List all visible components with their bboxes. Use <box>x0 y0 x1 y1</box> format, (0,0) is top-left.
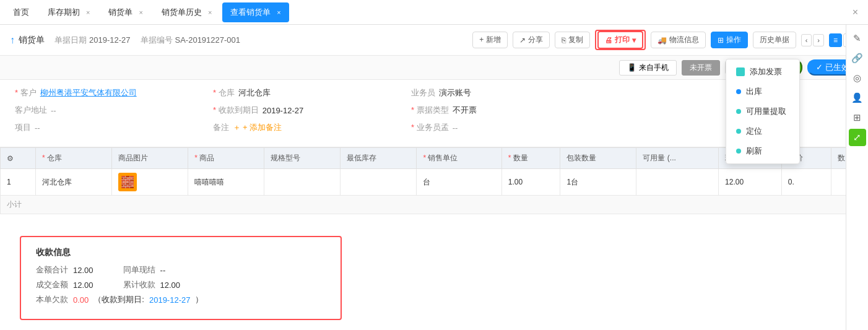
cell-no: 1 <box>1 169 36 196</box>
tab-sales-history[interactable]: 销货单历史 × <box>154 2 220 22</box>
sidebar-user-button[interactable]: 👤 <box>849 89 866 106</box>
tab-home[interactable]: 首页 <box>5 2 37 22</box>
customer-value[interactable]: 柳州粤港平安气体有限公司 <box>40 87 137 98</box>
tab-inventory-label: 库存期初 <box>48 7 80 18</box>
total-field: 金额合计 12.00 <box>36 264 93 276</box>
address-field: 客户地址 -- <box>15 105 188 116</box>
from-mobile-button[interactable]: 📱 来自手机 <box>619 60 677 76</box>
list-view-button[interactable]: ≡ <box>829 33 842 47</box>
print-arrow: ▾ <box>632 36 636 45</box>
dropdown-add-invoice[interactable]: 添加发票 <box>726 62 799 82</box>
user-icon: 👤 <box>851 92 863 103</box>
from-mobile-label: 来自手机 <box>639 63 669 73</box>
nav-prev-button[interactable]: ‹ <box>801 34 812 46</box>
link-icon: 🔗 <box>851 53 863 64</box>
cell-product-img: 🧱 <box>112 169 188 196</box>
cell-product: 嘻嘻嘻嘻 <box>188 169 264 196</box>
dropdown-locate[interactable]: 定位 <box>726 121 799 141</box>
warehouse-field: * 仓库 河北仓库 <box>213 87 386 98</box>
sidebar-link-button[interactable]: 🔗 <box>849 50 866 67</box>
invoice-icon <box>736 67 745 76</box>
tab-sales-close[interactable]: × <box>139 9 142 16</box>
settings-icon[interactable]: ⚙ <box>7 154 14 163</box>
dropdown-refresh[interactable]: 刷新 <box>726 141 799 161</box>
payment-date-label: * 收款到期日 <box>213 105 259 116</box>
note-label: 备注 <box>213 122 229 133</box>
doc-date-field: 单据日期 2019-12-27 <box>54 35 131 46</box>
copy-button[interactable]: ⎘ 复制 <box>555 32 590 48</box>
same-settlement-label: 同单现结 <box>123 264 155 276</box>
sidebar-edit-button[interactable]: ✎ <box>849 30 866 47</box>
outbound-label: 出库 <box>746 86 762 97</box>
nav-next-button[interactable]: › <box>813 34 824 46</box>
print-label: 打印 <box>615 35 630 45</box>
tab-sales-order[interactable]: 销货单 × <box>100 2 150 22</box>
col-product-img: 商品图片 <box>112 148 188 169</box>
tab-history-label: 销货单历史 <box>162 7 202 18</box>
payment-row-1: 金额合计 12.00 同单现结 -- <box>36 264 326 276</box>
cell-current-stock: 12.00 <box>719 169 782 196</box>
transaction-field: 成交金额 12.00 <box>36 279 93 290</box>
doc-number-label: 单据编号 <box>141 35 173 46</box>
col-quantity: * 数量 <box>501 148 560 169</box>
customer-label: * 客户 <box>15 87 37 98</box>
ticket-type-field: * 票据类型 不开票 <box>411 105 584 116</box>
cell-spec <box>264 169 341 196</box>
col-sales-unit: * 销售单位 <box>417 148 501 169</box>
sidebar-grid-button[interactable]: ⊞ <box>849 109 866 126</box>
payment-box: 收款信息 金额合计 12.00 同单现结 -- 成交金额 12.00 累计收款 <box>20 236 342 320</box>
business-value: -- <box>453 123 458 132</box>
history-label: 历史单据 <box>760 35 789 45</box>
cumulative-value: 12.00 <box>160 280 181 290</box>
dropdown-available[interactable]: 可用量提取 <box>726 102 799 121</box>
doc-actions: + 新增 ↗ 分享 ⎘ 复制 🖨 打印 ▾ 🚚 物流信息 ⊞ <box>472 30 858 50</box>
outbound-dot <box>736 89 741 94</box>
print-highlight-box: 🖨 打印 ▾ <box>595 30 646 50</box>
not-open-button[interactable]: 未开票 <box>682 60 720 76</box>
available-label: 可用量提取 <box>746 106 786 117</box>
history-button[interactable]: 历史单据 <box>753 32 796 48</box>
window-close-button[interactable]: × <box>848 4 863 20</box>
employee-value: 演示账号 <box>439 87 471 98</box>
transaction-label: 成交金额 <box>36 279 68 290</box>
payment-row-2: 成交金额 12.00 累计收款 12.00 <box>36 279 326 290</box>
tab-history-close[interactable]: × <box>208 9 212 16</box>
doc-number-value: SA-20191227-001 <box>175 35 241 45</box>
tab-view-sales[interactable]: 查看销货单 × <box>222 2 289 22</box>
customer-field: * 客户 柳州粤港平安气体有限公司 <box>15 87 188 98</box>
tab-bar: 首页 库存期初 × 销货单 × 销货单历史 × 查看销货单 × × <box>0 0 868 25</box>
cell-available <box>636 169 719 196</box>
col-min-stock: 最低库存 <box>341 148 417 169</box>
share-button[interactable]: ↗ 分享 <box>513 32 550 48</box>
tab-inventory-init[interactable]: 库存期初 × <box>40 2 98 22</box>
new-button[interactable]: + 新增 <box>472 32 507 48</box>
warehouse-label: * 仓库 <box>213 87 235 98</box>
available-dot <box>736 109 741 114</box>
cell-min-stock <box>341 169 417 196</box>
doc-date-value: 2019-12-27 <box>89 35 131 45</box>
ops-button[interactable]: ⊞ 操作 <box>711 32 748 48</box>
locate-label: 定位 <box>746 126 762 137</box>
add-note-button[interactable]: ＋ + 添加备注 <box>233 122 282 133</box>
table-row: 1 河北仓库 🧱 嘻嘻嘻嘻 台 1.00 1台 12.00 0. <box>1 169 868 196</box>
sidebar-fullscreen-button[interactable]: ⤢ <box>849 129 866 146</box>
balance-note: （收款到期日: <box>93 294 144 305</box>
logistics-button[interactable]: 🚚 物流信息 <box>651 32 706 48</box>
total-label: 金额合计 <box>36 264 68 276</box>
warehouse-value: 河北仓库 <box>238 87 271 98</box>
cell-unit-price: 0. <box>781 169 831 196</box>
truck-icon: 🚚 <box>658 36 667 45</box>
tab-inventory-close[interactable]: × <box>86 9 90 16</box>
project-label: 项目 <box>15 122 31 133</box>
doc-number-field: 单据编号 SA-20191227-001 <box>141 35 241 46</box>
cumulative-field: 累计收款 12.00 <box>123 279 181 290</box>
print-button[interactable]: 🖨 打印 ▾ <box>597 31 643 49</box>
same-settlement-value: -- <box>160 266 166 275</box>
logistics-label: 物流信息 <box>669 35 699 45</box>
subtotal-label: 小计 <box>1 196 868 214</box>
doc-type-label: 销货单 <box>19 35 45 46</box>
sidebar-eye-button[interactable]: ◎ <box>849 69 866 87</box>
tab-view-close[interactable]: × <box>277 9 280 16</box>
dropdown-outbound[interactable]: 出库 <box>726 82 799 102</box>
balance-end: ） <box>195 294 203 305</box>
